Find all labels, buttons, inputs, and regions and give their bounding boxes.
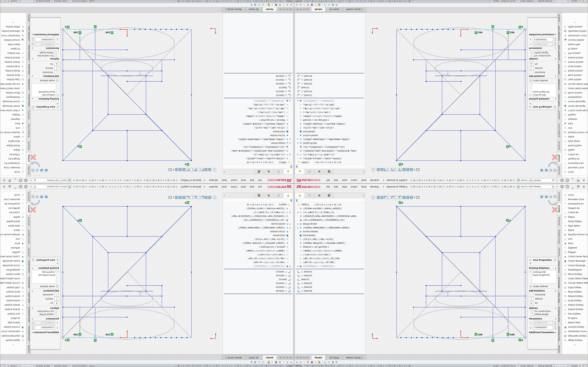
option-for-construction[interactable]: For construction — [32, 55, 57, 57]
vertical-icon[interactable]: │ — [529, 297, 534, 301]
line-format-icon[interactable]: ☰ — [307, 361, 309, 363]
bottom-view-cube-icon[interactable] — [395, 168, 398, 171]
tool-centerpoint-arc[interactable]: ◠Centerpoint Arc — [0, 201, 26, 206]
texture-icon[interactable]: ◍ — [271, 4, 273, 6]
rollback-bar[interactable] — [295, 269, 364, 269]
back-view-cube-icon[interactable] — [380, 196, 383, 199]
tab-featuremanager[interactable]: ⬙ — [283, 193, 293, 198]
menu-item-edit[interactable]: Edit — [332, 178, 340, 183]
panel-help-icon[interactable]: ? — [554, 259, 556, 261]
parameters-header[interactable]: Parameters∧ — [32, 47, 59, 50]
tree-item[interactable]: Σ○Ƨ5ИΝ◎∘✚ΑЦ¤ЗЄ○∘○ЗЄ¤ЦΑ✚∘◎ИΝƧ5○ — [223, 241, 293, 245]
checkbox-icon[interactable] — [55, 310, 57, 312]
tool-segment[interactable]: ∷Segment — [562, 246, 588, 250]
bottom-view-cube-icon[interactable] — [190, 168, 193, 171]
tool-linear-sketch-pattern[interactable]: ∷Linear Sketch Pattern — [0, 276, 26, 281]
tool-3-point-arc[interactable]: ◡3 Point Arc — [0, 210, 26, 215]
shaded-cube-icon[interactable] — [182, 168, 185, 171]
tool-stretch-entities[interactable]: ↔Stretch Entities — [0, 60, 26, 64]
unit-system-selector[interactable]: Custom▲ — [6, 364, 19, 367]
status-tag-icon[interactable]: ✎ — [1, 0, 4, 3]
additional-parameters-header[interactable]: Additional Parameters∨ — [529, 33, 556, 36]
ok-check-icon[interactable]: ✔ — [32, 102, 59, 105]
cm-tab-surfaces[interactable]: Surfaces — [26, 215, 31, 227]
horizontal-icon[interactable]: — — [529, 70, 534, 74]
expand-arrow-icon[interactable]: ▶ — [297, 212, 299, 213]
tool-intersection-curve[interactable]: ≋Intersection Curve — [562, 33, 588, 38]
tree-sketch-item[interactable]: (-)Sketch6 — [295, 289, 365, 293]
tool-silhouette-entities[interactable]: ▧Silhouette Entities — [562, 29, 588, 33]
tool-sketch-fillet[interactable]: ◝Sketch Fillet — [562, 42, 588, 47]
tree-item[interactable]: ≡Material < not specified > — [223, 245, 293, 249]
block-insert-icon[interactable]: ◨ — [254, 4, 256, 6]
display-settings-icon[interactable] — [416, 196, 419, 199]
front-view-cube-icon[interactable] — [388, 168, 391, 171]
tool-3-point-center-recta-[interactable]: ◈3 Point Center Recta... — [0, 254, 26, 259]
search-dropdown-icon[interactable]: ▼ — [555, 186, 557, 188]
cm-tab-direct-editing[interactable]: Direct Editing — [557, 122, 562, 139]
unit-system-selector[interactable]: Custom▲ — [569, 364, 582, 367]
add-relation-fix[interactable]: ⚓Fix — [529, 301, 556, 305]
tool-equation-driven-curve[interactable]: ƒxEquation Driven Curve — [562, 130, 588, 134]
tool-line[interactable]: ╱Line — [0, 126, 26, 130]
tree-sketch-item[interactable]: (-)Sketch1 — [295, 270, 365, 274]
horizontal-icon[interactable]: — — [54, 70, 59, 74]
tree-item[interactable]: ▶A○Ƨ5ИΝ◎∘✚Α✚◎ИΝΑ○∘○ΑИΝ◎✚Α✚∘◎ИΝƧ5○ — [295, 226, 365, 230]
search-icon[interactable] — [34, 180, 36, 181]
first-tab-button[interactable]: ❘◀ — [290, 8, 293, 11]
option-for-construction[interactable]: For construction — [32, 310, 57, 312]
search-dropdown-icon[interactable]: ▼ — [555, 180, 557, 181]
block-insert-icon[interactable]: ◨ — [332, 361, 334, 363]
shaded-cube-3-icon[interactable] — [410, 168, 413, 171]
tree-sketch-item[interactable]: Sketch3 — [223, 86, 293, 90]
relation-list-item[interactable]: Equal length109 — [533, 274, 555, 277]
angle-spinner[interactable]: ▲▼ — [32, 38, 34, 42]
tree-item[interactable]: ≡Material < not specified > — [223, 118, 293, 122]
doc-next-icon[interactable]: ▷ — [552, 190, 554, 192]
menu-item-tools[interactable]: Tools — [359, 185, 368, 189]
relation-list-item[interactable]: Equal length109 — [33, 91, 55, 93]
tree-sketch-item[interactable]: Sketch3 — [295, 277, 365, 281]
shaded-cube-icon[interactable] — [403, 168, 406, 171]
top-view-cube-icon[interactable] — [399, 168, 402, 171]
tool-circular-sketch-pattern[interactable]: ❖Circular Sketch Pattern — [562, 281, 588, 285]
panel-help-icon[interactable]: ? — [32, 259, 34, 261]
panel-flyout-chevron[interactable]: › — [224, 194, 225, 197]
tool-perimeter-circle[interactable]: ◌Perimeter Circle — [0, 166, 26, 170]
expand-arrow-icon[interactable]: ▶ — [289, 154, 291, 156]
add-relation-vertical[interactable]: │Vertical — [529, 297, 556, 301]
tree-item[interactable]: ⌐○ИΝ∘ЭС∘⊥◎○∘○◎⊥∘ЭС∘ИΝ○ — [295, 260, 365, 264]
cm-tab-surfaces[interactable]: Surfaces — [557, 140, 562, 152]
tool-polygon[interactable]: ⬡Polygon — [0, 250, 26, 254]
palette-more-chevron[interactable]: ⩔ — [562, 343, 588, 346]
menu-item-window[interactable]: Window — [208, 178, 219, 183]
section-plane-icon[interactable]: ⬇ — [173, 196, 175, 199]
rollback-bar[interactable] — [224, 293, 293, 294]
scene-sphere-icon[interactable]: ● — [286, 4, 288, 6]
block-edit-icon[interactable]: ◴ — [258, 4, 260, 6]
tool-line[interactable]: ╱Line — [562, 237, 588, 241]
scene-sphere-icon[interactable]: ● — [300, 361, 302, 363]
tree-sketch-item[interactable]: Sketch3 — [223, 277, 293, 281]
tree-item[interactable]: ✎○Ƨ5·Ц✳⊥ΑМ○∘○МΑ⊥✳Ц·Ƨ5○ — [295, 126, 365, 130]
search-box[interactable]: Search CAD Models ▼ — [30, 178, 72, 183]
edit-appearance-icon[interactable]: ✎ — [283, 361, 285, 363]
back-view-cube-icon[interactable] — [205, 168, 208, 171]
shaded-cube-3-icon[interactable] — [175, 196, 178, 199]
tool-tangent-arc[interactable]: ◝Tangent Arc — [0, 157, 26, 161]
relations-listbox[interactable]: Collinear108Equal length109 — [32, 270, 56, 284]
help-icon[interactable]: ? — [19, 185, 22, 188]
doc-next-icon[interactable]: ▷ — [552, 175, 554, 177]
doc-prev-icon[interactable]: ◁ — [548, 175, 550, 177]
restore-button[interactable] — [7, 179, 13, 182]
block-insert-icon[interactable]: ◨ — [332, 4, 334, 6]
vertical-icon[interactable]: │ — [54, 66, 59, 70]
tree-item[interactable]: ▱○✚Ƹ⊥ЭС∘○✳⊙I○∘○I⊙✳○∘ЭС⊥Ƹ✚○ — [223, 107, 293, 110]
tool-perimeter-circle[interactable]: ◌Perimeter Circle — [562, 166, 588, 170]
rollback-bar[interactable] — [224, 98, 293, 98]
tool-point[interactable]: ▪Point — [562, 241, 588, 246]
menu-item-edit[interactable]: Edit — [248, 178, 256, 183]
option-for-construction[interactable]: For construction — [531, 310, 556, 312]
shaded-edges-icon[interactable] — [545, 195, 548, 198]
tool-tangent-arc[interactable]: ◝Tangent Arc — [562, 206, 588, 210]
